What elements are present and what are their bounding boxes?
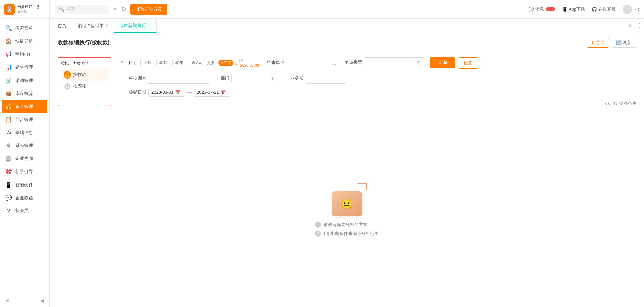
sidebar-settings-icon[interactable]: ⚙ xyxy=(5,297,10,304)
export-button[interactable]: ⬆ 导出 xyxy=(587,38,609,48)
device-icon: 📱 xyxy=(5,182,12,188)
partner-label: 往来单位 xyxy=(267,60,284,66)
sidebar-label-hardware: 智能硬件 xyxy=(15,182,33,188)
message-badge: 99+ xyxy=(546,7,555,11)
tab-collection[interactable]: 收款核销执行 ✕ xyxy=(114,19,157,33)
app-version: 标准版 xyxy=(17,9,40,14)
member-icon: V xyxy=(5,208,12,213)
date-this-month[interactable]: 本月 xyxy=(156,59,170,67)
sidebar-item-quick-nav[interactable]: 🏠 快捷导航 xyxy=(0,35,49,48)
partner-more-btn[interactable]: ... xyxy=(329,59,339,66)
doc-number-label: 单据编号 xyxy=(129,75,146,81)
message-button[interactable]: 💬 消息 99+ xyxy=(529,6,555,12)
page-header-actions: ⬆ 导出 🔄 刷新 xyxy=(587,38,636,52)
sidebar-label-operation: 经营管理 xyxy=(15,117,33,123)
industry-solution-button[interactable]: 体验行业方案 xyxy=(130,4,167,15)
page-header: 收款核销执行(按收款) ⬆ 导出 🔄 刷新 xyxy=(50,33,644,52)
app-icon: 📱 xyxy=(562,7,567,12)
calendar-from-icon[interactable]: 📅 xyxy=(175,90,180,95)
refresh-icon: 🔄 xyxy=(616,40,622,45)
message-label: 消息 xyxy=(535,6,544,12)
tab-close-all-icon[interactable]: ✕ xyxy=(628,22,632,29)
sidebar-item-purchase[interactable]: 🛒 采购管理 xyxy=(0,74,49,87)
sidebar-item-basic-info[interactable]: 🗂 基础信息 xyxy=(0,126,49,139)
setting-button[interactable]: 设置 xyxy=(458,57,478,69)
sidebar-item-operation[interactable]: 📋 经营管理 xyxy=(0,113,49,126)
sidebar-label-marketing: 营销推广 xyxy=(15,51,33,57)
sidebar-item-marketing[interactable]: 📢 营销推广 xyxy=(0,48,49,61)
sidebar-item-enterprise[interactable]: 🏢 企业协同 xyxy=(0,152,49,165)
topbar-dropdown-icon[interactable]: ▼ xyxy=(113,7,117,12)
prepay-tab-close[interactable]: ✕ xyxy=(106,23,109,28)
dept-dropdown-icon: ▼ xyxy=(270,76,275,81)
page-title: 收款核销执行(按收款) xyxy=(58,39,110,50)
sidebar-label-quick-nav: 快捷导航 xyxy=(15,38,33,44)
sidebar-item-hardware[interactable]: 📱 智能硬件 xyxy=(0,178,49,191)
online-service-label: 在线客服 xyxy=(598,6,616,12)
doc-number-input[interactable] xyxy=(148,73,209,84)
verify-date-label: 核销日期 xyxy=(129,89,146,95)
clipboard-icon: 📋 xyxy=(5,116,12,123)
online-service-button[interactable]: 🎧 在线客服 xyxy=(592,6,616,12)
user-avatar xyxy=(623,5,632,14)
sidebar-item-member[interactable]: V 畅会员 xyxy=(0,204,49,217)
sidebar-collapse-icon[interactable]: ◀ xyxy=(40,297,44,304)
date-range-display: 不限 xyxy=(235,58,243,63)
sidebar-item-wechat[interactable]: 💬 企业微信 xyxy=(0,191,49,204)
date-last-7[interactable]: 近7天 xyxy=(189,59,205,67)
date-this-year[interactable]: 本年 xyxy=(172,59,186,67)
tab-expand-icon[interactable]: ⛶ xyxy=(635,23,640,29)
staff-more-btn[interactable]: ... xyxy=(348,75,358,82)
sidebar-item-guide[interactable]: 🎯 新手引导 xyxy=(0,165,49,178)
topbar-gear-icon[interactable]: ⚙ xyxy=(121,6,126,13)
date-until-display: 至 2023-07-26 xyxy=(235,63,259,68)
message-icon: 💬 xyxy=(529,7,534,12)
refresh-button[interactable]: 🔄 刷新 xyxy=(612,38,636,48)
chevron-up-icon: ∧∧ xyxy=(604,101,610,106)
sidebar-item-search[interactable]: 🔍 搜索菜单 xyxy=(0,21,49,35)
date-last-month[interactable]: 上月 xyxy=(140,59,154,67)
prepay-tab-label: 预付冲应付单 xyxy=(77,23,104,29)
query-button[interactable]: 查询 xyxy=(430,57,455,68)
app-download-button[interactable]: 📱 App下载 xyxy=(562,6,585,12)
date-options-group: 上月 本月 本年 近7天 更多 自定义 不限 至 2023-07-26 xyxy=(140,57,259,68)
staff-input[interactable] xyxy=(306,73,346,84)
building-icon: 🏢 xyxy=(5,155,12,162)
receipt-option-icon: 💰 xyxy=(64,71,71,79)
date-separator: — xyxy=(187,90,192,95)
search-icon-topbar: 🔍 xyxy=(59,7,64,12)
doc-type-select[interactable]: ▼ xyxy=(364,57,424,66)
filter-option-by-receivable[interactable]: 🕐 按应收 xyxy=(61,81,108,92)
topbar-search-box[interactable]: 🔍 搜索 xyxy=(55,5,109,14)
filter-option-by-receipt[interactable]: 💰 按收款 xyxy=(61,69,108,81)
sidebar-label-finance: 资金管理 xyxy=(15,104,33,110)
collapse-more-button[interactable]: ∧∧ 收起更多条件 xyxy=(604,99,636,106)
dept-select[interactable]: ▼ xyxy=(231,74,278,83)
user-menu[interactable]: Rit xyxy=(623,5,639,14)
empty-illustration: 😐 xyxy=(327,183,367,216)
partner-input[interactable] xyxy=(286,57,327,68)
sidebar-item-system[interactable]: ⚙ 系统管理 xyxy=(0,139,49,152)
app-download-label: App下载 xyxy=(569,6,585,12)
tab-home[interactable]: 首页 xyxy=(52,19,72,33)
megaphone-icon: 📢 xyxy=(5,51,12,57)
sidebar-bottom: ⚙ ◀ xyxy=(0,294,49,307)
sidebar-item-sales[interactable]: 📊 销售管理 xyxy=(0,61,49,74)
verify-date-from-input[interactable]: 2023-03-01 📅 xyxy=(148,88,185,97)
collapse-chevron-icon: » xyxy=(121,59,124,65)
empty-step1: 请先选择要分析的方案 xyxy=(324,222,367,228)
sidebar-label-enterprise: 企业协同 xyxy=(15,156,33,162)
verify-date-from: 2023-03-01 xyxy=(151,90,174,95)
topbar-left: 🔍 搜索 ▼ ⚙ 体验行业方案 xyxy=(55,4,167,15)
calendar-to-icon[interactable]: 📅 xyxy=(220,90,226,95)
sidebar-item-finance[interactable]: 💰 资金管理 xyxy=(2,100,47,113)
filter-collapse-button[interactable]: » xyxy=(118,57,126,106)
verify-date-to-input[interactable]: 2023-07-21 📅 xyxy=(194,88,230,97)
sidebar-item-inventory[interactable]: 📦 库存核算 xyxy=(0,87,49,100)
date-more[interactable]: 更多 xyxy=(207,60,215,66)
tab-prepay[interactable]: 预付冲应付单 ✕ xyxy=(72,19,114,33)
collection-tab-close[interactable]: ✕ xyxy=(148,23,151,28)
sidebar-label-member: 畅会员 xyxy=(15,208,29,214)
step2-num: 2 xyxy=(315,231,321,237)
sidebar-label-purchase: 采购管理 xyxy=(15,78,33,84)
